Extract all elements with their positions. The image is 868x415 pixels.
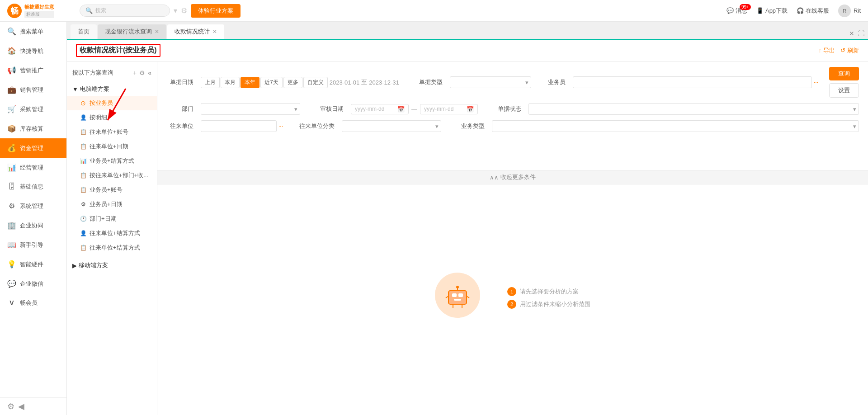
scheme-item-by-salesman[interactable]: ⊙ 按业务员 (67, 96, 157, 110)
tab-receipt-stat-close[interactable]: ✕ (212, 28, 217, 35)
sidebar-item-inventory[interactable]: 📦 库存核算 (0, 119, 66, 138)
scheme-item-dept-date[interactable]: 🕐 部门+日期 (67, 212, 157, 226)
sidebar-item-label: 智能硬件 (20, 260, 43, 269)
salesman-label: 业务员 (538, 78, 566, 86)
sidebar: 🔍 搜索菜单 🏠 快捷导航 📢 营销推广 💼 销售管理 🛒 采购管理 📦 库存核… (0, 22, 67, 415)
query-button[interactable]: 查询 (829, 67, 859, 80)
sidebar-item-member[interactable]: V 畅会员 (0, 293, 66, 312)
export-button[interactable]: ↑ 导出 (819, 47, 835, 55)
empty-icon (435, 273, 480, 318)
sidebar-item-marketing[interactable]: 📢 营销推广 (0, 61, 66, 80)
counterpart-input[interactable] (201, 120, 277, 132)
filter-actions: 查询 设置 (829, 67, 859, 98)
tab-bank-flow-close[interactable]: ✕ (155, 28, 159, 35)
sidebar-item-system[interactable]: ⚙ 系统管理 (0, 196, 66, 216)
scheme-item-unit-method2[interactable]: 📋 往来单位+结算方式 (67, 241, 157, 255)
set-button[interactable]: 设置 (829, 83, 859, 98)
svg-rect-4 (458, 293, 463, 297)
collapse-bar[interactable]: ∧∧ 收起更多条件 (157, 170, 868, 184)
scheme-item-unit-method1[interactable]: 👤 往来单位+结算方式 (67, 226, 157, 241)
scheme-group-mobile-title[interactable]: ▶ 移动端方案 (67, 259, 157, 272)
scheme-item-unit-date[interactable]: 📋 往来单位+日期 (67, 139, 157, 154)
sidebar-settings-btn[interactable]: ⚙ (7, 401, 14, 411)
scheme-item-salesman-date[interactable]: ⚙ 业务员+日期 (67, 197, 157, 212)
sidebar-item-operation[interactable]: 📊 经营管理 (0, 158, 66, 177)
bill-status-select[interactable] (528, 103, 859, 115)
date-tab-custom[interactable]: 自定义 (303, 77, 328, 88)
sidebar-item-search-menu[interactable]: 🔍 搜索菜单 (0, 22, 66, 41)
empty-state (435, 273, 480, 327)
date-tab-last7[interactable]: 近7天 (260, 77, 283, 88)
settings-icon[interactable]: ⚙ (181, 6, 187, 15)
scheme-item-unit-account[interactable]: 📋 往来单位+账号 (67, 125, 157, 139)
audit-date-start[interactable] (355, 106, 396, 112)
date-start: 2023-01-01 (330, 79, 360, 86)
date-tab-last-month[interactable]: 上月 (201, 77, 220, 88)
sidebar-item-label: 经营管理 (20, 164, 43, 172)
trial-button[interactable]: 体验行业方案 (191, 4, 241, 18)
tab-receipt-stat[interactable]: 收款情况统计 ✕ (167, 24, 224, 39)
scheme-group-mobile: ▶ 移动端方案 (67, 257, 157, 274)
date-tab-more[interactable]: 更多 (283, 77, 302, 88)
search-placeholder: 搜索 (95, 7, 106, 14)
biz-type-label: 业务类型 (458, 122, 485, 130)
refresh-button[interactable]: ↺ 刷新 (840, 47, 859, 55)
scheme-settings-btn[interactable]: ⚙ (139, 69, 145, 76)
content-area: 首页 现金银行流水查询 ✕ 收款情况统计 ✕ ✕ ⛶ 收款情况统计(按业务员) … (67, 22, 868, 415)
sidebar-item-label: 系统管理 (20, 202, 43, 210)
app-download-button[interactable]: 📱 App下载 (756, 7, 788, 15)
system-icon: ⚙ (7, 202, 16, 210)
user-area[interactable]: R Rit (838, 5, 861, 17)
salesman-input[interactable] (573, 76, 812, 88)
scheme-collapse-btn[interactable]: « (148, 69, 151, 76)
sidebar-item-wechat[interactable]: 💬 企业微信 (0, 274, 66, 293)
online-service-button[interactable]: 🎧 在线客服 (797, 7, 829, 15)
message-button[interactable]: 💬 消息 99+ (726, 7, 747, 15)
sidebar-item-smart[interactable]: 💡 智能硬件 (0, 255, 66, 274)
bill-status-label: 单据状态 (494, 105, 521, 113)
date-label: 单据日期 (166, 78, 193, 86)
user-name: Rit (854, 7, 861, 14)
scheme-item-salesman-account[interactable]: 📋 业务员+账号 (67, 183, 157, 197)
purchase-icon: 🛒 (7, 105, 16, 113)
date-tab-this-month[interactable]: 本月 (221, 77, 240, 88)
tab-bank-flow[interactable]: 现金银行流水查询 ✕ (98, 24, 166, 39)
scheme-add-btn[interactable]: + (133, 69, 137, 76)
sidebar-item-guide[interactable]: 📖 新手引导 (0, 235, 66, 255)
sidebar-item-basic[interactable]: 🗄 基础信息 (0, 177, 66, 196)
window-close-btn[interactable]: ✕ (849, 30, 854, 37)
tab-home-label: 首页 (78, 28, 90, 36)
calendar-icon[interactable]: 📅 (397, 106, 405, 113)
bill-type-select[interactable] (450, 76, 531, 88)
sidebar-item-quick-nav[interactable]: 🏠 快捷导航 (0, 41, 66, 61)
scheme-group-pc-title[interactable]: ▼ 电脑端方案 (67, 82, 157, 96)
corp-icon: 🏢 (7, 221, 16, 230)
dept-select[interactable] (201, 103, 300, 115)
dropdown-icon[interactable]: ▾ (174, 6, 177, 15)
counterpart-type-select[interactable] (342, 120, 441, 132)
sidebar-item-purchase[interactable]: 🛒 采购管理 (0, 99, 66, 119)
collapse-icon: ∧∧ (490, 174, 499, 181)
unit-dept-col-icon: 📋 (80, 172, 87, 179)
counterpart-filter: ··· (201, 120, 283, 132)
sidebar-item-finance[interactable]: 💰 资金管理 (0, 138, 66, 158)
sidebar-item-corp[interactable]: 🏢 企业协同 (0, 216, 66, 235)
scheme-item-by-detail[interactable]: 👤 按明细 (67, 110, 157, 125)
counterpart-label: 往来单位 (166, 122, 193, 130)
top-search-bar[interactable]: 🔍 搜索 (80, 5, 170, 17)
sidebar-collapse-btn[interactable]: ◀ (18, 401, 24, 411)
tab-home[interactable]: 首页 (71, 24, 97, 39)
sidebar-item-sales[interactable]: 💼 销售管理 (0, 80, 66, 99)
app-logo-icon: 畅 (7, 4, 22, 18)
salesman-more-link[interactable]: ··· (814, 79, 818, 85)
counterpart-more-link[interactable]: ··· (278, 123, 283, 129)
audit-date-label: 审核日期 (316, 105, 344, 113)
scheme-item-salesman-method[interactable]: 📊 业务员+结算方式 (67, 154, 157, 168)
calendar-end-icon[interactable]: 📅 (467, 106, 474, 113)
search-menu-icon: 🔍 (7, 27, 16, 36)
biz-type-select[interactable] (492, 120, 859, 132)
audit-date-end[interactable] (424, 106, 465, 112)
date-tab-this-year[interactable]: 本年 (241, 77, 259, 88)
window-maximize-btn[interactable]: ⛶ (858, 30, 864, 37)
scheme-item-unit-dept-col[interactable]: 📋 按往来单位+部门+收... (67, 168, 157, 183)
